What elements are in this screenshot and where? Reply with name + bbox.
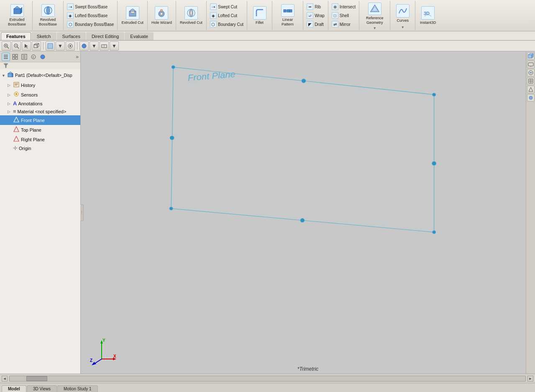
zoom-out-button[interactable] bbox=[12, 41, 21, 51]
view-setting4[interactable] bbox=[527, 94, 535, 102]
view-display-button[interactable] bbox=[46, 41, 55, 51]
tab-sketch[interactable]: Sketch bbox=[31, 32, 56, 40]
swept-boss-button[interactable]: ⇢ Swept Boss/Base bbox=[65, 3, 116, 11]
shell-button[interactable]: □ Shell bbox=[330, 11, 358, 20]
tree-item-history[interactable]: ▷ History bbox=[0, 80, 80, 90]
filter-icon bbox=[3, 63, 8, 68]
svg-marker-63 bbox=[14, 127, 19, 132]
wrap-label: Wrap bbox=[315, 13, 325, 18]
tab-surfaces[interactable]: Surfaces bbox=[57, 32, 86, 40]
curves-dropdown[interactable]: ▼ bbox=[401, 25, 404, 29]
section-view-button[interactable] bbox=[100, 41, 109, 51]
tree-item-annotations[interactable]: ▷ A Annotations bbox=[0, 99, 80, 107]
toolbar-separator-1 bbox=[43, 42, 44, 50]
display-mode-button[interactable]: ▼ bbox=[56, 41, 65, 51]
plane-dot-right bbox=[432, 161, 436, 165]
swept-cut-button[interactable]: ⇢ Swept Cut bbox=[208, 3, 246, 11]
tab-direct-editing[interactable]: Direct Editing bbox=[86, 32, 124, 40]
expand-icon[interactable]: » bbox=[76, 54, 79, 60]
tab-3d-views[interactable]: 3D Views bbox=[27, 385, 57, 392]
history-label: History bbox=[21, 83, 35, 88]
curves-button[interactable]: Curves bbox=[392, 2, 413, 25]
tree-item-part1[interactable]: ▼ Part1 (Default<<Default>_Disp bbox=[0, 71, 80, 80]
reference-geometry-group: Reference Geometry ▼ bbox=[359, 1, 390, 30]
wrap-icon: ⤾ bbox=[307, 12, 313, 19]
scene-button[interactable]: ▼ bbox=[90, 41, 99, 51]
origin-label: Origin bbox=[19, 146, 31, 151]
wrap-button[interactable]: ⤾ Wrap bbox=[305, 11, 327, 20]
svg-point-84 bbox=[529, 96, 532, 99]
lofted-boss-button[interactable]: ◈ Lofted Boss/Base bbox=[65, 11, 116, 20]
svg-marker-62 bbox=[14, 117, 19, 122]
sidebar-resize-handle[interactable]: ⋮ bbox=[80, 204, 84, 221]
extruded-boss-button[interactable]: Extruded Boss/Base bbox=[3, 3, 31, 28]
revolved-boss-button[interactable]: Revolved Boss/Base bbox=[34, 3, 61, 28]
draft-button[interactable]: ◤ Draft bbox=[305, 20, 327, 28]
intersect-button[interactable]: ⊗ Intersect bbox=[330, 3, 358, 11]
tree-item-material[interactable]: ▷ ≡ Material <not specified> bbox=[0, 107, 80, 115]
svg-marker-64 bbox=[14, 136, 19, 141]
tab-evaluate[interactable]: Evaluate bbox=[125, 32, 154, 40]
fillet-button[interactable]: Fillet bbox=[249, 3, 270, 28]
coordinate-triad: Y X Z bbox=[89, 336, 114, 361]
svg-rect-32 bbox=[48, 43, 53, 48]
status-bar: ◄ ► bbox=[0, 374, 535, 383]
appearance-button[interactable] bbox=[79, 41, 89, 51]
linear-pattern-button[interactable]: Linear Pattern bbox=[274, 3, 301, 28]
curves-label: Curves bbox=[397, 18, 409, 23]
horizontal-scrollbar[interactable] bbox=[9, 376, 526, 382]
rib-button[interactable]: ━ Rib bbox=[305, 3, 327, 11]
tree-view-button[interactable] bbox=[2, 53, 10, 61]
reference-geometry-button[interactable]: Reference Geometry bbox=[361, 1, 388, 26]
property-view-button[interactable] bbox=[11, 53, 19, 61]
view-setting3[interactable] bbox=[527, 86, 535, 93]
scroll-right-button[interactable]: ► bbox=[527, 376, 533, 382]
svg-text:Z: Z bbox=[90, 358, 92, 363]
tab-motion-study[interactable]: Motion Study 1 bbox=[57, 385, 98, 392]
intersect-icon: ⊗ bbox=[332, 3, 338, 10]
view-setting1[interactable] bbox=[527, 69, 535, 76]
linear-pattern-label: Linear Pattern bbox=[276, 18, 299, 27]
top-plane-icon bbox=[13, 126, 20, 134]
svg-rect-15 bbox=[287, 10, 289, 12]
hole-wizard-button[interactable]: Hole Wizard bbox=[149, 3, 174, 28]
tab-model[interactable]: Model bbox=[2, 385, 26, 392]
tree-item-sensors[interactable]: ▷ Sensors bbox=[0, 90, 80, 99]
display-btn2[interactable]: ▼ bbox=[110, 41, 119, 51]
boundary-boss-button[interactable]: ⬡ Boundary Boss/Base bbox=[65, 20, 116, 28]
view-cube-button[interactable] bbox=[527, 52, 535, 60]
tree-item-right-plane[interactable]: Right Plane bbox=[0, 135, 80, 144]
mirror-button[interactable]: ⇌ Mirror bbox=[330, 20, 358, 28]
view-orientation-button[interactable] bbox=[32, 41, 41, 51]
lofted-cut-label: Lofted Cut bbox=[218, 13, 237, 18]
reference-geometry-dropdown[interactable]: ▼ bbox=[373, 26, 376, 30]
boundary-cut-button[interactable]: ⬡ Boundary Cut bbox=[208, 20, 246, 28]
scroll-left-button[interactable]: ◄ bbox=[2, 376, 8, 382]
display-manager-button[interactable] bbox=[38, 53, 47, 61]
revolved-cut-button[interactable]: Revolved Cut bbox=[178, 3, 205, 28]
lofted-cut-button[interactable]: ◈ Lofted Cut bbox=[208, 11, 246, 20]
extruded-cut-button[interactable]: Extruded Cut bbox=[119, 3, 146, 28]
svg-point-51 bbox=[41, 55, 45, 59]
tree-item-front-plane[interactable]: Front Plane bbox=[0, 115, 80, 125]
tree-item-top-plane[interactable]: Top Plane bbox=[0, 125, 80, 135]
draft-icon: ◤ bbox=[307, 21, 313, 28]
svg-point-35 bbox=[82, 44, 86, 48]
view-setting2[interactable] bbox=[527, 77, 535, 85]
tree-item-origin[interactable]: ✛ Origin bbox=[0, 144, 80, 152]
select-button[interactable] bbox=[22, 41, 31, 51]
plane-corner-bl bbox=[169, 207, 173, 210]
toolbar-separator-2 bbox=[77, 42, 77, 50]
heads-up-button[interactable] bbox=[527, 61, 535, 68]
zoom-fit-button[interactable] bbox=[2, 41, 11, 51]
revolved-cut-icon bbox=[184, 6, 198, 20]
dim-xpert-button[interactable]: X bbox=[29, 53, 38, 61]
scrollbar-thumb[interactable] bbox=[26, 376, 47, 381]
tab-features[interactable]: Features bbox=[1, 32, 31, 40]
instant3d-button[interactable]: 3D Instant3D bbox=[417, 3, 438, 28]
material-icon: ≡ bbox=[13, 108, 16, 115]
configuration-view-button[interactable] bbox=[20, 53, 28, 61]
svg-line-23 bbox=[7, 47, 9, 48]
view-settings-button[interactable] bbox=[66, 41, 75, 51]
3d-viewport[interactable]: Front Plane Y X Z bbox=[81, 51, 535, 374]
